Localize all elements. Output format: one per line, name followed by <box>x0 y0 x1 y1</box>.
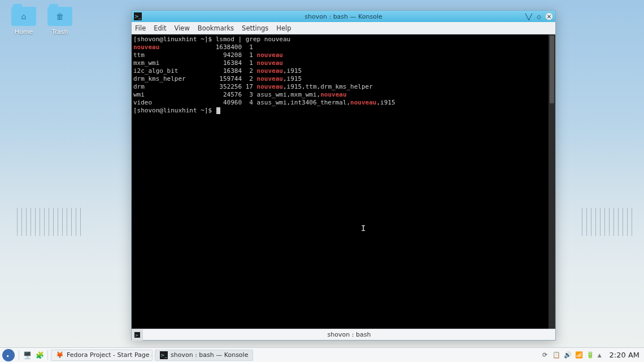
text-cursor-icon: I <box>361 224 365 232</box>
terminal-line: nouveau 1638400 1 <box>133 43 554 51</box>
desktop-icon-trash[interactable]: 🗑 Trash <box>44 7 76 36</box>
terminal-line: i2c_algo_bit 16384 2 nouveau,i915 <box>133 67 554 75</box>
taskbar-separator <box>19 350 19 360</box>
window-title: shovon : bash — Konsole <box>304 13 382 20</box>
minimize-button[interactable]: ╲╱ <box>525 12 533 20</box>
svg-text:>: > <box>135 333 138 338</box>
terminal-line: wmi 24576 3 asus_wmi,mxm_wmi,nouveau <box>133 91 554 99</box>
taskbar-button-label: shovon : bash — Konsole <box>171 351 248 359</box>
tray-network-icon[interactable]: 📶 <box>575 351 583 359</box>
menu-view[interactable]: View <box>175 24 190 32</box>
tray-clipboard-icon[interactable]: 📋 <box>552 351 560 359</box>
terminal-line: mxm_wmi 16384 1 nouveau <box>133 59 554 67</box>
taskbar-button-firefox[interactable]: 🦊 Fedora Project - Start Page -... <box>51 350 153 361</box>
folder-icon: ⌂ <box>11 7 36 26</box>
tab-bar: > shovon : bash <box>132 329 555 340</box>
terminal-line: drm 352256 17 nouveau,i915,ttm,drm_kms_h… <box>133 83 554 91</box>
close-button[interactable]: ✕ <box>545 12 553 20</box>
taskbar-button-konsole[interactable]: >_ shovon : bash — Konsole <box>155 350 253 361</box>
firefox-icon: 🦊 <box>56 351 64 359</box>
konsole-icon: >_ <box>160 351 168 359</box>
menu-settings[interactable]: Settings <box>242 24 268 32</box>
menu-bar: File Edit View Bookmarks Settings Help <box>132 22 555 34</box>
konsole-icon: >_ <box>134 12 142 20</box>
window-titlebar[interactable]: >_ shovon : bash — Konsole ╲╱ ◇ ✕ <box>132 11 555 22</box>
desktop-icon-label: Home <box>8 28 40 36</box>
terminal-scrollbar[interactable] <box>549 34 555 329</box>
menu-help[interactable]: Help <box>276 24 291 32</box>
new-tab-button[interactable]: > <box>132 329 143 341</box>
terminal-line: ttm 94208 1 nouveau <box>133 51 554 59</box>
tray-expand-icon[interactable]: ▲ <box>598 352 602 358</box>
terminal-line: [shovon@linuxhint ~]$ lsmod | grep nouve… <box>133 36 554 43</box>
terminal-area[interactable]: [shovon@linuxhint ~]$ lsmod | grep nouve… <box>132 34 555 329</box>
terminal-tab-icon: > <box>134 332 140 338</box>
fedora-logo-icon <box>5 351 12 359</box>
menu-edit[interactable]: Edit <box>154 24 166 32</box>
desktop-icon-home[interactable]: ⌂ Home <box>8 7 40 36</box>
quick-launch-1[interactable]: 🖥️ <box>21 350 33 360</box>
tab-active[interactable]: shovon : bash <box>143 329 555 340</box>
terminal-prompt: [shovon@linuxhint ~]$ <box>133 107 554 115</box>
konsole-window: >_ shovon : bash — Konsole ╲╱ ◇ ✕ File E… <box>131 10 556 341</box>
taskbar-clock[interactable]: 2:20 AM <box>610 351 639 359</box>
taskbar: 🖥️ 🧩 🦊 Fedora Project - Start Page -... … <box>0 347 644 362</box>
menu-bookmarks[interactable]: Bookmarks <box>198 24 234 32</box>
desktop-icon-label: Trash <box>44 28 76 36</box>
tray-volume-icon[interactable]: 🔊 <box>564 351 572 359</box>
system-tray: ⟳ 📋 🔊 📶 🔋 ▲ 2:20 AM <box>541 351 644 359</box>
start-button[interactable] <box>2 349 15 361</box>
terminal-line: drm_kms_helper 159744 2 nouveau,i915 <box>133 75 554 83</box>
tray-battery-icon[interactable]: 🔋 <box>586 351 594 359</box>
quick-launch-2[interactable]: 🧩 <box>34 350 45 360</box>
menu-file[interactable]: File <box>135 24 146 32</box>
taskbar-separator <box>47 350 48 360</box>
terminal-line: video 40960 4 asus_wmi,int3406_thermal,n… <box>133 99 554 107</box>
maximize-button[interactable]: ◇ <box>535 12 543 20</box>
taskbar-button-label: Fedora Project - Start Page -... <box>67 351 153 359</box>
tray-updates-icon[interactable]: ⟳ <box>541 351 549 359</box>
folder-icon: 🗑 <box>47 7 72 26</box>
